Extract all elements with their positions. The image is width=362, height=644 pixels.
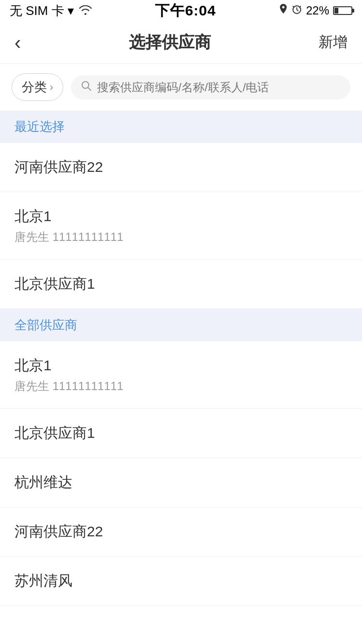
add-button[interactable]: 新增 — [319, 32, 348, 52]
all-list-item[interactable]: 北京1唐先生 11111111111 — [0, 341, 362, 409]
search-bar — [71, 75, 350, 99]
item-name: 河南供应商22 — [14, 522, 348, 542]
battery-icon — [333, 6, 352, 15]
category-label: 分类 — [22, 79, 47, 96]
filter-bar: 分类 › — [0, 64, 362, 111]
recent-section-label: 最近选择 — [14, 119, 65, 134]
recent-list-item[interactable]: 北京1唐先生 11111111111 — [0, 192, 362, 260]
status-right: 22% — [279, 4, 352, 17]
item-sub: 唐先生 11111111111 — [14, 229, 348, 245]
page-title: 选择供应商 — [129, 31, 211, 54]
recent-items-list: 河南供应商22北京1唐先生 11111111111北京供应商1 — [0, 143, 362, 309]
all-section-header: 全部供应商 — [0, 309, 362, 341]
all-list-item[interactable]: 苏州清风 — [0, 557, 362, 606]
item-name: 北京1 — [14, 356, 348, 376]
all-items-list: 北京1唐先生 11111111111北京供应商1杭州维达河南供应商22苏州清风 — [0, 341, 362, 606]
all-list-item[interactable]: 杭州维达 — [0, 458, 362, 507]
back-button[interactable]: ‹ — [14, 33, 21, 52]
item-sub: 唐先生 11111111111 — [14, 378, 348, 394]
status-left: 无 SIM 卡 ▾ — [10, 2, 92, 19]
alarm-icon — [292, 4, 302, 17]
search-input[interactable] — [97, 81, 341, 94]
item-name: 苏州清风 — [14, 571, 348, 591]
status-bar: 无 SIM 卡 ▾ 下午6:04 22% — [0, 0, 362, 21]
sim-status: 无 SIM 卡 ▾ — [10, 2, 74, 19]
all-section-label: 全部供应商 — [14, 318, 77, 332]
wifi-icon — [79, 3, 92, 18]
item-name: 河南供应商22 — [14, 157, 348, 177]
search-icon — [81, 80, 92, 95]
category-filter-button[interactable]: 分类 › — [12, 73, 63, 101]
location-icon — [279, 4, 288, 17]
item-name: 北京供应商1 — [14, 423, 348, 443]
status-time: 下午6:04 — [155, 1, 216, 21]
recent-list-item[interactable]: 河南供应商22 — [0, 143, 362, 192]
item-name: 杭州维达 — [14, 473, 348, 492]
all-list-item[interactable]: 北京供应商1 — [0, 409, 362, 458]
chevron-right-icon: › — [50, 81, 53, 94]
recent-section-header: 最近选择 — [0, 111, 362, 143]
nav-bar: ‹ 选择供应商 新增 — [0, 21, 362, 64]
all-list-item[interactable]: 河南供应商22 — [0, 507, 362, 557]
battery-percent: 22% — [306, 4, 329, 17]
recent-list-item[interactable]: 北京供应商1 — [0, 260, 362, 309]
item-name: 北京1 — [14, 207, 348, 226]
item-name: 北京供应商1 — [14, 274, 348, 294]
